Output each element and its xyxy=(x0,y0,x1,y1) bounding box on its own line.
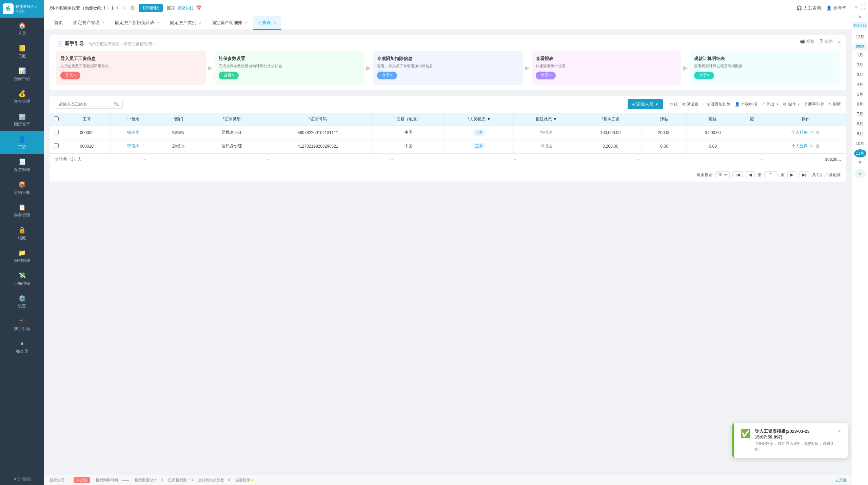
select-all-checkbox[interactable] xyxy=(54,116,59,121)
tab-label: 固定资产类别 xyxy=(170,20,196,26)
toolbar-actions: ⚙ 统一社保设置 + 专项附加扣除 👤 个税申报 ↗ 导出 ▼ ⚙ 操作 ▼ ?… xyxy=(669,101,841,107)
search-icon[interactable]: 🔍 xyxy=(114,102,119,107)
sidebar-item-member[interactable]: ♦ 畅会员 xyxy=(0,336,44,358)
period-label: 账期 xyxy=(167,5,176,11)
tab-fixed-assets[interactable]: 固定资产管理 × xyxy=(68,16,110,30)
tab-label: 首页 xyxy=(54,20,63,26)
row-checkbox[interactable] xyxy=(54,143,59,148)
tab-close-icon[interactable]: × xyxy=(274,20,276,25)
tax-report-btn[interactable]: 👤 个税申报 xyxy=(735,101,757,107)
sidebar-item-expense[interactable]: 💸 小畅报销 xyxy=(0,268,44,291)
new-guide-btn[interactable]: ? 新手引导 xyxy=(805,101,824,107)
col-name[interactable]: ↕ *姓名 xyxy=(111,113,156,126)
video-link[interactable]: 📹 视频 xyxy=(800,39,814,44)
panel-month-10[interactable]: 10月 xyxy=(853,139,867,148)
tab-category[interactable]: 固定资产类别 × xyxy=(165,16,206,30)
panel-month-11[interactable]: 11月 xyxy=(854,149,866,157)
sidebar-item-home[interactable]: 🏠 首页 xyxy=(0,18,44,40)
sidebar-item-ledger[interactable]: 📒 总账 xyxy=(0,40,44,63)
panel-action-icon[interactable]: ✦ xyxy=(855,169,866,179)
operation-btn[interactable]: ⚙ 操作 ▼ xyxy=(783,101,800,107)
sidebar-item-purchase[interactable]: 📦 进销台账 xyxy=(0,177,44,200)
panel-close-icon[interactable]: × xyxy=(853,3,859,12)
sidebar-item-fixed-assets[interactable]: 🏢 固定资产 xyxy=(0,109,44,131)
panel-month-6[interactable]: 6月 xyxy=(853,100,867,109)
step-1: 导入员工工资信息 人员信息及工资数据新增导入 导入> 1 xyxy=(56,51,206,85)
calendar-icon[interactable]: 📅 xyxy=(196,5,201,11)
col-send-status[interactable]: 报送状态 ▼ xyxy=(514,113,579,126)
sidebar-item-invoices[interactable]: 🧾 发票管理 xyxy=(0,154,44,177)
row-checkbox[interactable] xyxy=(54,130,59,134)
panel-scroll-up-icon[interactable]: ▲ xyxy=(857,13,864,20)
sidebar-item-label: 小畅报销 xyxy=(14,281,30,286)
delete-icon[interactable]: 🗑 xyxy=(816,144,820,148)
panel-month-5[interactable]: 5月 xyxy=(853,90,867,99)
edit-icon[interactable]: ✎ xyxy=(810,144,813,148)
scroll-area[interactable] xyxy=(50,165,846,168)
special-deduction-btn[interactable]: + 专项附加扣除 xyxy=(703,101,730,107)
sidebar-item-reports[interactable]: 📊 报表中心 xyxy=(0,63,44,86)
settings-account-icon[interactable]: ⚙ xyxy=(130,5,135,11)
panel-month-1[interactable]: 1月 xyxy=(853,51,867,59)
panel-month-4[interactable]: 4月 xyxy=(853,80,867,89)
refresh-btn[interactable]: ↻ 刷新 xyxy=(828,101,841,107)
panel-scroll-down-icon[interactable]: ▼ xyxy=(857,159,864,166)
sidebar-item-close[interactable]: 🔒 结账 xyxy=(0,222,44,245)
toast-success-icon: ✅ xyxy=(741,429,751,439)
employee-name-link[interactable]: 李俊杰 xyxy=(127,144,139,148)
sidebar-item-payroll[interactable]: 👤 工资 xyxy=(0,131,44,154)
prev-page-button[interactable]: ◀ xyxy=(746,171,755,178)
social-security-link[interactable]: 个人社保 xyxy=(791,144,808,148)
panel-month-9[interactable]: 9月 xyxy=(853,130,867,138)
tab-depreciation[interactable]: 固定资产折旧统计表 × xyxy=(110,16,164,30)
panel-month-3[interactable]: 3月 xyxy=(853,71,867,79)
add-account-icon[interactable]: + xyxy=(123,5,126,11)
sidebar-item-archive[interactable]: 📁 归档管理 xyxy=(0,245,44,268)
tab-close-icon[interactable]: × xyxy=(245,20,248,25)
switch-version-button[interactable]: 切到旧版 xyxy=(139,4,163,12)
last-page-button[interactable]: ▶| xyxy=(799,171,809,178)
tab-close-icon[interactable]: × xyxy=(199,20,201,25)
search-input[interactable] xyxy=(59,102,112,107)
sidebar-item-settings[interactable]: ⚙️ 设置 xyxy=(0,291,44,313)
tab-close-icon[interactable]: × xyxy=(102,20,105,25)
first-page-button[interactable]: |◀ xyxy=(732,171,743,178)
social-security-btn[interactable]: ⚙ 统一社保设置 xyxy=(669,101,698,107)
employee-name-link[interactable]: 徐泽华 xyxy=(127,130,139,135)
delete-icon[interactable]: 🗑 xyxy=(816,130,820,135)
recharge-button[interactable]: 去充值 xyxy=(835,478,846,483)
unpin-button[interactable]: ◀取消固定 xyxy=(0,473,44,485)
ai-consult[interactable]: 🎧 人工咨询 xyxy=(796,5,821,11)
panel-month-7[interactable]: 7月 xyxy=(853,110,867,118)
account-selector[interactable]: 刘小艳演示账套（勿删勿动！）1 ▼ xyxy=(50,5,119,11)
step-title: 税款计算明细表 xyxy=(694,56,835,62)
next-page-button[interactable]: ▶ xyxy=(787,171,796,178)
logo-icon: 畅 xyxy=(3,3,14,14)
edit-icon[interactable]: ✎ xyxy=(810,130,813,135)
sidebar-item-tax[interactable]: 📋 税务管理 xyxy=(0,200,44,222)
guide-close-icon[interactable]: × xyxy=(838,39,841,45)
user-menu[interactable]: 👤 徐泽华 xyxy=(826,5,846,11)
sidebar-item-label: 税务管理 xyxy=(14,212,30,218)
page-number-input[interactable] xyxy=(764,171,778,178)
panel-month-2[interactable]: 2月 xyxy=(853,61,867,69)
sidebar-item-guide[interactable]: 🎓 新手引导 xyxy=(0,313,44,336)
tab-home[interactable]: 首页 xyxy=(50,16,68,30)
tab-close-icon[interactable]: × xyxy=(157,20,160,25)
help-link[interactable]: ❓ 帮助 xyxy=(818,39,833,44)
add-person-button[interactable]: + 添加人员 ▼ xyxy=(628,99,664,109)
per-page-select[interactable]: 10 20 50 xyxy=(715,171,730,178)
col-status[interactable]: *人员状态 ▼ xyxy=(445,113,514,126)
social-security-link[interactable]: 个人社保 xyxy=(791,130,808,135)
tab-payroll[interactable]: 工资表 × xyxy=(253,16,281,30)
panel-month-12[interactable]: 12月 xyxy=(853,33,867,41)
panel-month-8[interactable]: 8月 xyxy=(853,120,867,128)
main-content: 刘小艳演示账套（勿删勿动！）1 ▼ + ⚙ 切到旧版 账期 2023-11 📅 … xyxy=(44,0,852,485)
tab-detail[interactable]: 固定资产明细账 × xyxy=(207,16,252,30)
toast-close-icon[interactable]: × xyxy=(838,428,841,434)
export-btn[interactable]: ↗ 导出 ▼ xyxy=(761,101,779,107)
summary-dash: -- xyxy=(702,157,822,162)
sidebar-item-label: 进销台账 xyxy=(14,190,30,195)
sidebar-item-funds[interactable]: 💰 资金管理 xyxy=(0,86,44,109)
panel-expand-icon[interactable]: ⛶ xyxy=(859,3,867,12)
